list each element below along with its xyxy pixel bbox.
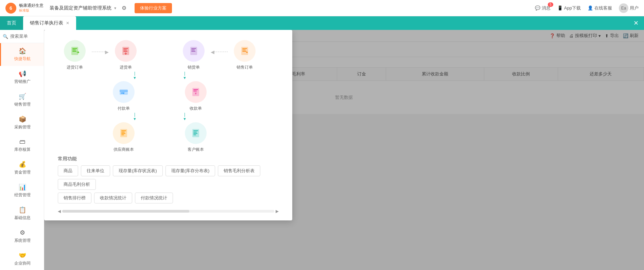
sales-order-node[interactable]: 销售订单 bbox=[228, 40, 262, 70]
header-right: 💬 消息 5 📱 App下载 👤 在线客服 Ea 用户 bbox=[535, 3, 639, 13]
sales-bill-node[interactable]: 销货单 bbox=[177, 40, 211, 70]
common-functions-grid-2: 销售排行榜 收款情况统计 付款情况统计 bbox=[58, 193, 279, 203]
supplier-account-node[interactable]: 供应商账本 bbox=[107, 122, 141, 152]
sidebar-item-system[interactable]: ⚙ 系统管理 bbox=[0, 225, 44, 248]
online-service-label: 在线客服 bbox=[594, 5, 612, 11]
operation-icon: 📊 bbox=[19, 183, 26, 191]
svg-rect-5 bbox=[123, 48, 128, 49]
purchase-bill-icon bbox=[115, 40, 137, 62]
supplier-account-label: 供应商账本 bbox=[114, 147, 134, 152]
purchase-icon: 📦 bbox=[19, 115, 26, 123]
sidebar-item-finance[interactable]: 💰 资金管理 bbox=[0, 157, 44, 179]
common-functions-grid: 商品 往来单位 现存量(库存状况表) 现存量(库存分布表) 销售毛利分析表 商品… bbox=[58, 165, 279, 190]
app-download-label: App下载 bbox=[564, 5, 581, 11]
scrollbar-track[interactable] bbox=[62, 210, 274, 213]
finance-icon: 💰 bbox=[19, 161, 26, 168]
cf-btn-product-profit[interactable]: 商品毛利分析 bbox=[58, 179, 96, 190]
tab-home[interactable]: 首页 bbox=[0, 16, 23, 30]
enterprise-icon: 🤝 bbox=[19, 252, 26, 259]
sidebar: 🔍 搜索菜单 🏠 快捷导航 📢 营销推广 🛒 销售管理 📦 采购管理 🗃 库存核… bbox=[0, 30, 44, 270]
tab-sales-order-exec[interactable]: 销售订单执行表 ✕ bbox=[23, 16, 76, 30]
cf-btn-receipt-stats[interactable]: 收款情况统计 bbox=[94, 193, 132, 203]
logo-text: 畅康通好生意 bbox=[19, 3, 43, 8]
tab-bar-close-icon[interactable]: ✕ bbox=[633, 19, 644, 27]
svg-rect-24 bbox=[242, 51, 246, 52]
purchase-order-node[interactable]: 进货订单 bbox=[58, 40, 92, 70]
sidebar-item-operation[interactable]: 📊 经营管理 bbox=[0, 179, 44, 202]
popup-overlay: 进货订单 ▶ bbox=[44, 30, 644, 270]
svg-rect-3 bbox=[72, 51, 76, 52]
svg-rect-30 bbox=[193, 130, 198, 131]
cf-btn-stock-dist[interactable]: 现存量(库存分布表) bbox=[166, 165, 215, 176]
logo-sub: 标准版 bbox=[19, 8, 43, 13]
sales-bill-icon bbox=[183, 40, 205, 62]
inventory-label: 库存核算 bbox=[14, 147, 31, 152]
purchase-bill-label: 进货单 bbox=[120, 65, 132, 70]
sidebar-item-inventory[interactable]: 🗃 库存核算 bbox=[0, 134, 44, 157]
svg-rect-18 bbox=[191, 48, 196, 49]
svg-rect-7 bbox=[123, 51, 127, 52]
top-header: 6 畅康通好生意 标准版 装备及固定资产辅助管理系统 ▾ ⚙ 体验行业方案 💬 … bbox=[0, 0, 644, 16]
common-functions: 常用功能 商品 往来单位 现存量(库存状况表) 现存量(库存分布表) 销售毛利分… bbox=[58, 156, 279, 203]
svg-rect-19 bbox=[191, 50, 195, 50]
system-label: 系统管理 bbox=[14, 238, 31, 244]
receipt-node[interactable]: ¥ 收款单 bbox=[179, 81, 213, 111]
sales-order-icon bbox=[234, 40, 256, 62]
payment-node[interactable]: ¥ 付款单 bbox=[107, 81, 141, 111]
svg-text:¥: ¥ bbox=[194, 92, 197, 95]
sidebar-item-quick-nav[interactable]: 🏠 快捷导航 bbox=[0, 43, 44, 66]
payment-icon: ¥ bbox=[113, 81, 135, 103]
operation-label: 经营管理 bbox=[14, 192, 31, 198]
svg-rect-16 bbox=[121, 134, 124, 135]
app-download-item[interactable]: 📱 App下载 bbox=[557, 5, 581, 11]
sales-bill-label: 销货单 bbox=[188, 65, 200, 70]
svg-rect-33 bbox=[193, 134, 196, 135]
cf-btn-partner[interactable]: 往来单位 bbox=[81, 165, 110, 176]
logo-text-block: 畅康通好生意 标准版 bbox=[19, 3, 43, 13]
customer-account-node[interactable]: 客户账本 bbox=[179, 122, 213, 152]
quick-nav-label: 快捷导航 bbox=[14, 56, 31, 62]
svg-rect-22 bbox=[242, 48, 247, 49]
tab-close-icon[interactable]: ✕ bbox=[66, 21, 69, 25]
inventory-icon: 🗃 bbox=[19, 138, 25, 145]
sidebar-item-sales[interactable]: 🛒 销售管理 bbox=[0, 89, 44, 111]
system-dropdown-icon[interactable]: ▾ bbox=[114, 6, 116, 11]
cf-btn-sales-profit[interactable]: 销售毛利分析表 bbox=[218, 165, 260, 176]
cf-btn-payment-stats[interactable]: 付款情况统计 bbox=[135, 193, 173, 203]
svg-rect-32 bbox=[193, 133, 197, 134]
sidebar-item-purchase[interactable]: 📦 采购管理 bbox=[0, 111, 44, 134]
message-item[interactable]: 💬 消息 5 bbox=[535, 5, 551, 11]
logo-area: 6 畅康通好生意 标准版 bbox=[5, 3, 46, 14]
sidebar-item-basic-info[interactable]: 📋 基础信息 bbox=[0, 202, 44, 225]
user-item[interactable]: Ea 用户 bbox=[619, 3, 639, 13]
svg-rect-14 bbox=[121, 132, 125, 132]
online-service-item[interactable]: 👤 在线客服 bbox=[588, 5, 612, 11]
scroll-right-icon[interactable]: ▶ bbox=[276, 209, 279, 214]
trial-button[interactable]: 体验行业方案 bbox=[135, 3, 172, 13]
popup-scrollbar: ◀ ▶ bbox=[58, 209, 279, 214]
search-menu-item[interactable]: 🔍 搜索菜单 bbox=[0, 30, 44, 43]
scroll-left-icon[interactable]: ◀ bbox=[58, 209, 61, 214]
cf-btn-stock-status[interactable]: 现存量(库存状况表) bbox=[113, 165, 163, 176]
receipt-icon: ¥ bbox=[185, 81, 207, 103]
search-menu-icon: 🔍 bbox=[3, 34, 8, 39]
svg-text:¥: ¥ bbox=[122, 91, 125, 95]
basic-info-icon: 📋 bbox=[19, 206, 26, 214]
sidebar-item-enterprise[interactable]: 🤝 企业协同 bbox=[0, 248, 44, 270]
cf-btn-sales-rank[interactable]: 销售排行榜 bbox=[58, 193, 91, 203]
svg-rect-20 bbox=[191, 51, 195, 52]
sidebar-item-marketing[interactable]: 📢 营销推广 bbox=[0, 66, 44, 89]
purchase-order-icon bbox=[64, 40, 86, 62]
svg-rect-1 bbox=[72, 48, 77, 49]
content-area: ❓ 帮助 🖨 按模板打印 ▾ ⬆ 导出 🔄 刷新 📅 单据状态 bbox=[44, 30, 644, 270]
logo-icon: 6 bbox=[5, 3, 16, 14]
receipt-label: 收款单 bbox=[190, 106, 202, 111]
svg-rect-31 bbox=[193, 132, 197, 132]
settings-icon[interactable]: ⚙ bbox=[122, 5, 126, 11]
tab-sales-order-exec-label: 销售订单执行表 bbox=[30, 20, 63, 26]
svg-rect-2 bbox=[72, 50, 76, 50]
purchase-bill-node[interactable]: 进货单 bbox=[109, 40, 143, 70]
cf-btn-product[interactable]: 商品 bbox=[58, 165, 78, 176]
app-download-icon: 📱 bbox=[557, 5, 563, 11]
system-icon: ⚙ bbox=[20, 229, 25, 236]
